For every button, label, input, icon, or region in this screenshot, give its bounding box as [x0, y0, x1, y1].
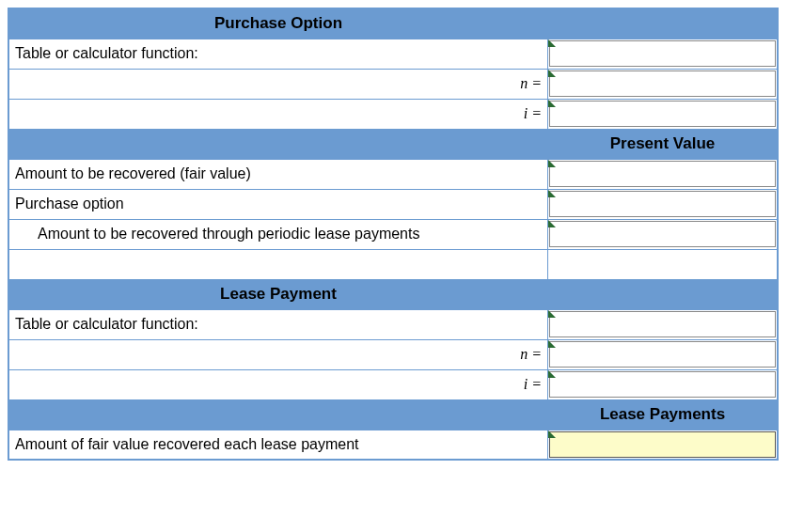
fair-value-label: Amount to be recovered (fair value)	[8, 159, 548, 189]
input-marker-icon	[548, 340, 556, 348]
fair-value-recovered-input[interactable]	[549, 431, 776, 458]
po-function-input-cell	[548, 39, 779, 69]
pv-header-spacer	[8, 129, 548, 159]
purchase-option-input[interactable]	[549, 191, 776, 217]
lp-i-input-cell	[548, 369, 779, 399]
header-spacer	[548, 8, 779, 39]
input-marker-icon	[548, 220, 556, 227]
po-n-input-cell	[548, 69, 779, 99]
input-marker-icon	[548, 70, 556, 77]
lp-i-input[interactable]	[549, 371, 776, 398]
fair-value-input-cell	[548, 159, 779, 189]
input-marker-icon	[548, 370, 556, 378]
purchase-option-input-cell	[548, 189, 779, 219]
lp-sub-header-spacer	[8, 399, 548, 430]
input-marker-icon	[548, 310, 556, 318]
po-i-label: i =	[8, 99, 548, 129]
blank-row-left	[8, 249, 548, 279]
po-n-input[interactable]	[549, 70, 776, 97]
blank-row-right	[548, 249, 779, 279]
po-function-input[interactable]	[549, 40, 776, 67]
lease-payment-header: Lease Payment	[8, 279, 548, 309]
present-value-header: Present Value	[548, 129, 779, 159]
po-i-input[interactable]	[549, 101, 776, 127]
lp-i-label: i =	[8, 369, 548, 399]
po-function-label: Table or calculator function:	[8, 39, 548, 69]
input-marker-icon	[548, 39, 556, 47]
purchase-option-row-label: Purchase option	[8, 189, 548, 219]
lp-n-input[interactable]	[549, 341, 776, 368]
fair-value-recovered-input-cell	[548, 430, 779, 460]
lp-function-input-cell	[548, 309, 779, 339]
fair-value-recovered-label: Amount of fair value recovered each leas…	[8, 430, 548, 460]
lp-n-label: n =	[8, 339, 548, 369]
input-marker-icon	[548, 100, 556, 107]
periodic-label: Amount to be recovered through periodic …	[8, 219, 548, 249]
lease-payments-header: Lease Payments	[548, 399, 779, 430]
fair-value-input[interactable]	[549, 161, 776, 187]
input-marker-icon	[548, 430, 556, 438]
po-n-label: n =	[8, 69, 548, 99]
purchase-option-header: Purchase Option	[8, 8, 548, 39]
input-marker-icon	[548, 190, 556, 197]
lp-header-spacer	[548, 279, 779, 309]
periodic-input[interactable]	[549, 221, 776, 247]
periodic-input-cell	[548, 219, 779, 249]
po-i-input-cell	[548, 99, 779, 129]
lp-function-label: Table or calculator function:	[8, 309, 548, 339]
lease-worksheet-table: Purchase Option Table or calculator func…	[8, 8, 779, 461]
input-marker-icon	[548, 160, 556, 167]
lp-function-input[interactable]	[549, 311, 776, 337]
lp-n-input-cell	[548, 339, 779, 369]
